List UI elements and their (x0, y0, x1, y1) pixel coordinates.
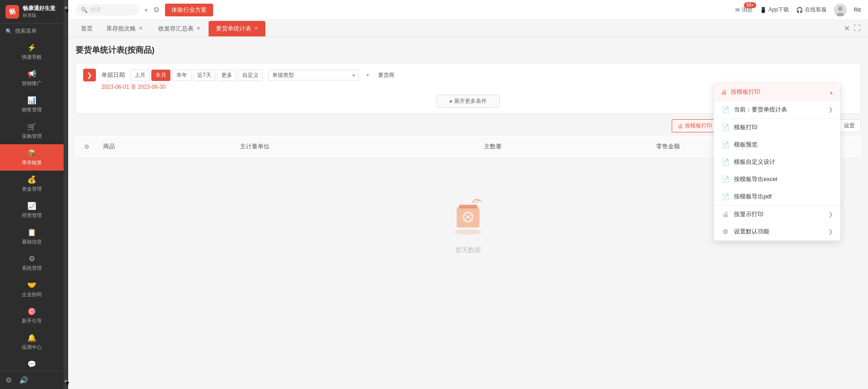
expand-window-btn[interactable]: ⛶ (853, 24, 861, 33)
dropdown-groups-section: 🖨 按显示打印 ❯ ⚙ 设置默认功能 ❯ (714, 206, 840, 241)
dropdown-display-print[interactable]: 🖨 按显示打印 ❯ (714, 206, 840, 223)
tab-close-icon[interactable]: ✕ (139, 25, 143, 31)
template-preview-icon: 📄 (721, 141, 729, 148)
sidebar: 畅 畅康通好生意 标准版 🔍 搜索菜单 ⚡ 快捷导航 📢 营销推广 📊 销售管理… (0, 0, 64, 389)
print-icon: 🖨 (721, 89, 727, 96)
tab-batch-account[interactable]: 库存批次账 ✕ (99, 21, 150, 36)
dropdown-current-section: 📄 当前：要货单统计表 ❯ (714, 101, 840, 119)
chevron-right-icon: ❯ (828, 211, 833, 217)
set-default-left: ⚙ 设置默认功能 (721, 227, 769, 236)
tab-label: 要货单统计表 (216, 25, 251, 33)
sidebar-item-operations[interactable]: 📈 经营管理 (0, 197, 64, 223)
sidebar-item-basic-info[interactable]: 📋 基础信息 (0, 223, 64, 250)
doc-type-select-wrapper: 单据类型 (268, 70, 359, 81)
dropdown-item-template-print[interactable]: 📄 模板打印 (714, 119, 840, 136)
app-logo-icon: 畅 (5, 5, 19, 19)
dropdown-item-template-preview[interactable]: 📄 模板预览 (714, 136, 840, 153)
operations-icon: 📈 (27, 202, 36, 210)
chevron-right-icon: ❯ (828, 106, 833, 113)
tab-label: 收发存汇总表 (158, 25, 194, 33)
sound-icon[interactable]: 🔊 (19, 376, 28, 384)
avatar-icon (834, 4, 847, 16)
date-more-btn[interactable]: 更多 (217, 70, 236, 81)
expand-more-label: 展开更多条件 (454, 97, 487, 105)
tab-close-icon[interactable]: ✕ (254, 25, 258, 31)
topbar-search[interactable]: 🔍 搜索 (75, 4, 139, 15)
dropdown-header[interactable]: 🖨 按模板打印 ▴ (714, 83, 840, 101)
tab-order-stats[interactable]: 要货单统计表 ✕ (209, 21, 265, 36)
app-download-action[interactable]: 📱 App下载 (760, 6, 789, 14)
date-current-year-btn[interactable]: 本年 (172, 70, 191, 81)
dropdown-item-template-design[interactable]: 📄 模板自定义设计 (714, 153, 840, 171)
topbar-settings-icon[interactable]: ⚙ (153, 5, 160, 14)
sidebar-item-label: 采购管理 (22, 133, 42, 140)
trial-button[interactable]: 体验行业方案 (165, 4, 213, 16)
sidebar-scrollbar[interactable]: ▲ ▼ (64, 0, 68, 389)
table-settings-btn[interactable]: ⚙ (81, 141, 92, 152)
online-service-action[interactable]: 🎧 在线客服 (796, 6, 827, 14)
sidebar-item-sales[interactable]: 📊 销售管理 (0, 91, 64, 118)
date-filter-label: 单据日期 (101, 71, 125, 79)
dropdown-set-default[interactable]: ⚙ 设置默认功能 ❯ (714, 223, 840, 240)
scroll-down-btn[interactable]: ▼ (65, 380, 67, 383)
guide-icon: 🎯 (27, 307, 36, 316)
enterprise-icon: 🤝 (27, 281, 36, 289)
dropdown-menu: 🖨 按模板打印 ▴ 📄 当前：要货单统计表 ❯ 📄 (713, 83, 841, 241)
tab-home[interactable]: 首页 (75, 21, 98, 36)
sidebar-item-enterprise[interactable]: 🤝 企业协同 (0, 276, 64, 303)
date-custom-btn[interactable]: 自定义 (238, 70, 263, 81)
dropdown-title: 按模板打印 (731, 88, 760, 96)
template-print-label: 模板打印 (734, 123, 758, 131)
display-print-left: 🖨 按显示打印 (721, 210, 763, 218)
sidebar-item-guide[interactable]: 🎯 新手引导 (0, 303, 64, 329)
printer-icon: 🖨 (678, 123, 683, 129)
display-print-label: 按显示打印 (734, 210, 763, 218)
settings-btn[interactable]: 设置 (838, 119, 861, 132)
headset-icon: 🎧 (796, 7, 803, 13)
sidebar-item-app-center[interactable]: 🔔 应用中心 (0, 329, 64, 355)
current-doc-icon: 📄 (721, 106, 729, 113)
filter-row: ❯ 单据日期 上月 本月 本年 近7天 更多 自定义 单据类型 ▾ 要货商 (83, 69, 853, 81)
message-action[interactable]: ✉ 消息 99+ (735, 6, 753, 14)
date-last-7-days-btn[interactable]: 近7天 (193, 70, 215, 81)
scroll-up-btn[interactable]: ▲ (65, 6, 67, 9)
filter-expand-btn[interactable]: ❯ (83, 69, 96, 81)
chevron-right-icon: ❯ (828, 228, 833, 235)
export-pdf-icon: 📄 (721, 193, 729, 200)
dropdown-item-export-pdf[interactable]: 📄 按模板导出pdf (714, 188, 840, 205)
sidebar-item-wechat[interactable]: 💬 企业微信 (0, 355, 64, 371)
topbar: 🔍 搜索 ▾ ⚙ 体验行业方案 ✉ 消息 99+ 📱 App下载 🎧 在线客服 (68, 0, 868, 20)
sidebar-item-system[interactable]: ⚙ 系统管理 (0, 250, 64, 276)
sidebar-item-label: 经营管理 (22, 212, 42, 219)
svg-rect-5 (459, 205, 477, 208)
sidebar-logo: 畅 畅康通好生意 标准版 (0, 0, 64, 24)
sidebar-search[interactable]: 🔍 搜索菜单 (0, 24, 64, 39)
settings-icon[interactable]: ⚙ (5, 376, 12, 384)
sidebar-item-label: 营销推广 (22, 80, 42, 87)
close-window-btn[interactable]: ✕ (844, 24, 850, 33)
user-avatar[interactable] (834, 4, 847, 16)
sidebar-item-finance[interactable]: 💰 资金管理 (0, 171, 64, 197)
sidebar-item-quick-nav[interactable]: ⚡ 快捷导航 (0, 39, 64, 65)
tab-receipt-summary[interactable]: 收发存汇总表 ✕ (151, 21, 208, 36)
doc-type-select[interactable]: 单据类型 (268, 70, 359, 81)
table-col-quantity: 主数量 (479, 136, 651, 157)
date-last-month-btn[interactable]: 上月 (130, 70, 150, 81)
app-download-label: App下载 (768, 6, 789, 14)
empty-illustration (445, 193, 491, 239)
dropdown-current-item[interactable]: 📄 当前：要货单统计表 ❯ (714, 101, 840, 118)
tab-label: 库存批次账 (106, 25, 136, 33)
expand-more-btn[interactable]: ▾ 展开更多条件 (436, 95, 500, 108)
tab-close-icon[interactable]: ✕ (196, 25, 200, 31)
dropdown-item-export-excel[interactable]: 📄 按模板导出excel (714, 171, 840, 188)
inventory-icon: 📦 (27, 149, 36, 157)
sidebar-item-inventory[interactable]: 📦 库存核算 (0, 144, 64, 171)
display-print-icon: 🖨 (721, 211, 729, 218)
sidebar-nav: ⚡ 快捷导航 📢 营销推广 📊 销售管理 🛒 采购管理 📦 库存核算 💰 资金管… (0, 39, 64, 371)
sidebar-item-marketing[interactable]: 📢 营销推广 (0, 65, 64, 91)
basic-info-icon: 📋 (27, 228, 36, 237)
sidebar-item-purchase[interactable]: 🛒 采购管理 (0, 118, 64, 144)
topbar-dropdown-icon[interactable]: ▾ (145, 6, 148, 14)
search-placeholder: 搜索 (90, 6, 101, 14)
date-current-month-btn[interactable]: 本月 (151, 70, 170, 81)
